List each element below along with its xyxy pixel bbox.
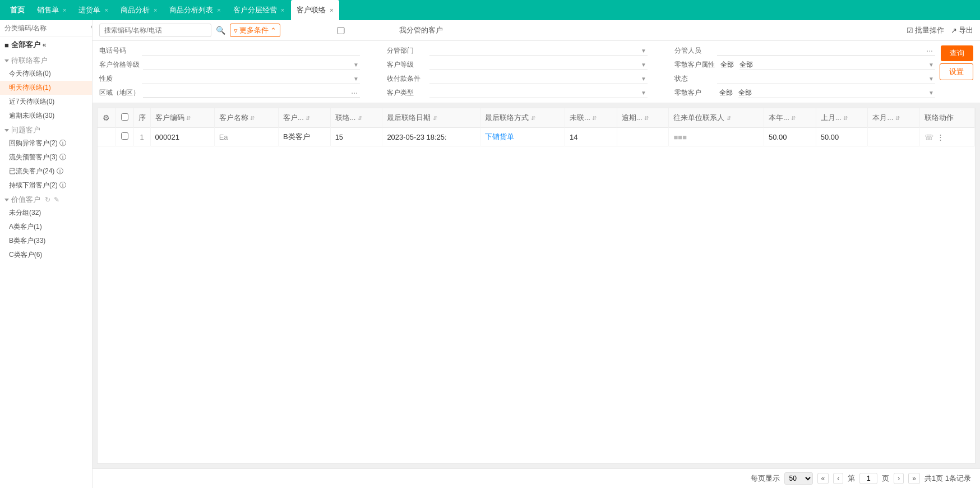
query-button[interactable]: 查询 [941,45,973,61]
sidebar-item-ungrouped[interactable]: 未分组(32) [0,206,92,220]
page-label: 第 [848,473,855,484]
retail-attr-select[interactable]: 全部 [739,59,935,70]
price-level-select[interactable] [143,59,360,70]
sidebar-item-churn-warning[interactable]: 流失预警客户(3) ⓘ [0,150,92,164]
sidebar-search-bar: 🔍 [0,20,92,36]
nature-select[interactable] [142,73,360,84]
nav-customer-contact[interactable]: 客户联络 × [291,0,339,20]
prev-page-btn[interactable]: ‹ [833,473,843,484]
close-contact-icon[interactable]: × [330,7,333,13]
retail-attr-wrap: 全部 ▼ [739,59,935,70]
content-area: 🔍 ▿ 更多条件 ⌃ 我分管的客户 ☑ 批量操作 ↗ 导出 [93,20,980,488]
per-page-label: 每页显示 [751,473,780,484]
close-analysis-icon[interactable]: × [154,7,157,13]
sort-type-icon: ⇵ [306,115,310,121]
sidebar-item-churned[interactable]: 已流失客户(24) ⓘ [0,164,92,178]
sidebar-item-repurchase-abnormal[interactable]: 回购异常客户(2) ⓘ [0,136,92,150]
nav-home[interactable]: 首页 [4,0,30,20]
sidebar-item-class-c[interactable]: C类客户(6) [0,248,92,262]
filter-region: 区域（地区） ··· [99,88,360,98]
main-layout: 🔍 ■ 全部客户 « 待联络客户 今天待联络(0) 明天待联络(1) 近7天待联… [0,20,980,488]
col-contact[interactable]: 联络... ⇵ [330,108,382,128]
phone-action-icon[interactable]: ☏ [924,133,933,141]
dept-select[interactable] [429,45,648,56]
action-icons: ☏ ⋮ [924,133,970,141]
sidebar-item-7days[interactable]: 近7天待联络(0) [0,95,92,109]
collapse-all-icon[interactable]: « [43,41,47,49]
row-settings-cell [98,128,115,146]
sort-date-icon: ⇵ [433,115,437,121]
sidebar-item-overdue[interactable]: 逾期未联络(30) [0,109,92,123]
group-problem-label[interactable]: 问题客户 [0,123,92,136]
grid-action-icon[interactable]: ⋮ [937,133,944,141]
last-page-btn[interactable]: » [908,473,920,484]
col-last-method[interactable]: 最后联络方式 ⇵ [480,108,565,128]
filter-price-level: 客户价格等级 ▼ [99,59,360,70]
per-page-select[interactable]: 20 50 100 200 [784,472,813,485]
nav-customer-tier[interactable]: 客户分层经营 × [228,0,290,20]
row-last-method-cell[interactable]: 下销货单 [480,128,565,146]
retail-customer-select[interactable]: 全部 [738,88,935,98]
sidebar-item-class-b[interactable]: B类客户(33) [0,234,92,248]
col-not-contacted[interactable]: 未联... ⇵ [565,108,617,128]
col-settings-icon[interactable]: ⚙ [103,113,110,122]
sidebar-item-today[interactable]: 今天待联络(0) [0,67,92,81]
customer-type-select[interactable] [429,88,648,98]
next-page-btn[interactable]: › [894,473,904,484]
nav-analysis-list[interactable]: 商品分析列表 × [164,0,226,20]
sidebar-item-tomorrow[interactable]: 明天待联络(1) [0,81,92,95]
refresh-value-icon[interactable]: ↻ [45,196,50,204]
sidebar-search-input[interactable] [4,24,89,32]
batch-op-btn[interactable]: ☑ 批量操作 [907,25,944,35]
col-code[interactable]: 客户编码 ⇵ [150,108,214,128]
close-sales-icon[interactable]: × [63,7,66,13]
region-dots-btn[interactable]: ··· [349,88,360,97]
export-btn[interactable]: ↗ 导出 [951,25,973,35]
col-num: 序 [133,108,150,128]
filter-customer-type: 客户类型 ▼ [387,88,648,98]
phone-input[interactable] [142,45,360,56]
page-input[interactable] [859,473,877,484]
col-this-year[interactable]: 本年... ⇵ [764,108,816,128]
col-action: 联络动作 [920,108,975,128]
group-value-label[interactable]: 价值客户 ↻ ✎ [0,192,92,206]
col-settings[interactable]: ⚙ [98,108,115,128]
edit-value-icon[interactable]: ✎ [54,196,59,204]
select-all-checkbox[interactable] [121,113,128,121]
filter-row-1: 电话号码 分管部门 ▼ [99,45,935,56]
sidebar-item-class-a[interactable]: A类客户(1) [0,220,92,234]
my-customers-checkbox[interactable] [285,27,397,34]
row-action-cell: ☏ ⋮ [920,128,975,146]
nav-purchase[interactable]: 进货单 × [73,0,113,20]
set-button[interactable]: 设置 [940,63,973,80]
col-name[interactable]: 客户名称 ⇵ [214,108,278,128]
search-input[interactable] [99,24,211,37]
row-overdue-cell [617,128,669,146]
person-dots-btn[interactable]: ··· [924,46,935,55]
col-unit-contact[interactable]: 往来单位联系人 ⇵ [669,108,764,128]
filter-dept: 分管部门 ▼ [387,45,648,56]
caret-up-icon: ⌃ [270,26,276,35]
row-checkbox[interactable] [121,132,128,140]
customer-level-select[interactable] [429,59,648,70]
search-button[interactable]: 🔍 [216,26,225,35]
close-analysis-list-icon[interactable]: × [217,7,220,13]
col-overdue[interactable]: 逾期... ⇵ [617,108,669,128]
col-this-month[interactable]: 本月... ⇵ [868,108,920,128]
nav-sales[interactable]: 销售单 × [31,0,72,20]
row-not-contacted-cell: 14 [565,128,617,146]
all-customers-title[interactable]: ■ 全部客户 « [0,36,92,53]
sidebar-item-declining[interactable]: 持续下滑客户(2) ⓘ [0,178,92,192]
status-select[interactable] [717,73,935,84]
payment-terms-select[interactable] [429,73,648,84]
col-last-date[interactable]: 最后联络日期 ⇵ [382,108,480,128]
col-last-month[interactable]: 上月... ⇵ [816,108,868,128]
sort-unit-icon: ⇵ [727,115,731,121]
more-conditions-btn[interactable]: ▿ 更多条件 ⌃ [230,24,280,37]
group-pending-label[interactable]: 待联络客户 [0,53,92,67]
close-tier-icon[interactable]: × [281,7,284,13]
close-purchase-icon[interactable]: × [104,7,108,13]
nav-analysis[interactable]: 商品分析 × [115,0,163,20]
first-page-btn[interactable]: « [817,473,829,484]
col-type[interactable]: 客户... ⇵ [278,108,330,128]
